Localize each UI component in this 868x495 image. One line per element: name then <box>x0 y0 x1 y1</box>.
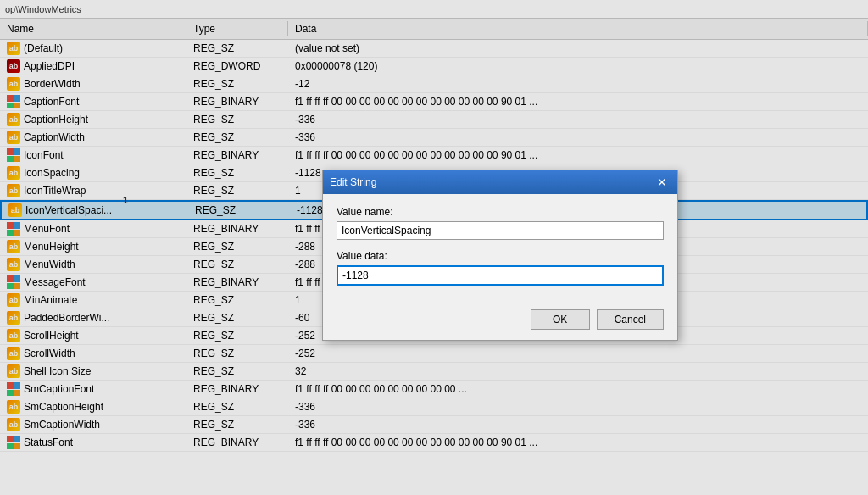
dialog-titlebar: Edit String ✕ <box>323 170 677 194</box>
value-data-label: Value data: <box>337 250 664 262</box>
dialog-overlay: Edit String ✕ Value name: Value data: OK… <box>0 0 868 495</box>
value-name-label: Value name: <box>337 206 664 218</box>
edit-string-dialog: Edit String ✕ Value name: Value data: OK… <box>322 170 678 341</box>
value-name-input[interactable] <box>337 221 664 240</box>
dialog-footer: OK Cancel <box>323 306 677 340</box>
ok-button[interactable]: OK <box>531 309 590 330</box>
dialog-title: Edit String <box>330 176 376 188</box>
value-data-input[interactable] <box>337 265 664 286</box>
cancel-button[interactable]: Cancel <box>597 309 664 330</box>
dialog-close-button[interactable]: ✕ <box>654 174 670 191</box>
dialog-body: Value name: Value data: <box>323 194 677 306</box>
